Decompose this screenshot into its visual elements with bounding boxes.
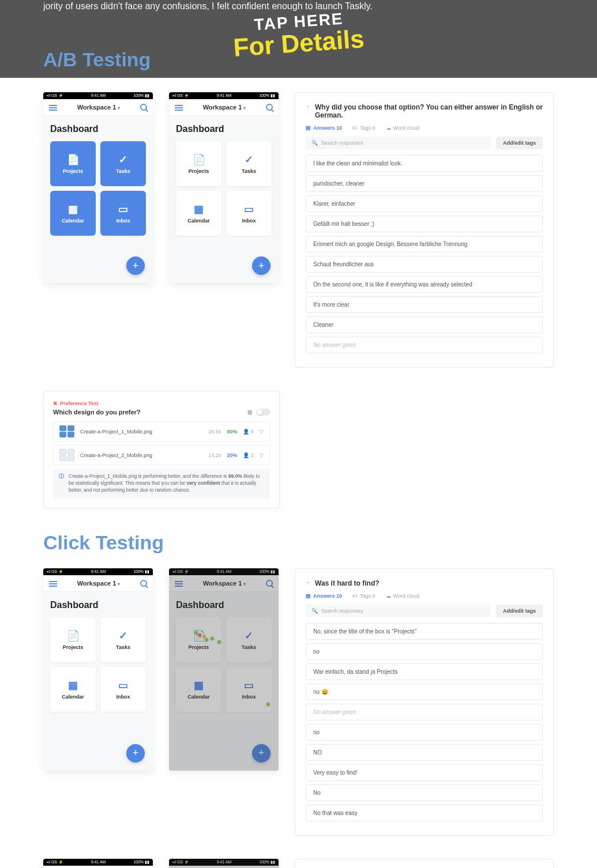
tile-inbox[interactable]: ▭Inbox: [226, 191, 272, 236]
fab-add[interactable]: +: [126, 744, 145, 763]
workspace-title[interactable]: Workspace 1 ▾: [203, 104, 246, 111]
filter-icon[interactable]: ▽: [260, 452, 264, 458]
menu-icon[interactable]: [49, 104, 57, 111]
meta-row: ▤ Answers 10 🏷 Tags 0 ☁ Word cloud: [306, 125, 543, 131]
menu-icon[interactable]: [175, 104, 183, 111]
response-item[interactable]: Erinnert mich an google Design. Bessere …: [306, 236, 543, 252]
app-bar: Workspace 1 ▾: [169, 99, 279, 116]
document-icon: 📄: [193, 153, 205, 166]
tile-projects[interactable]: 📄Projects: [50, 141, 96, 186]
tile-calendar[interactable]: ▦Calendar: [176, 667, 221, 712]
answers-tab[interactable]: ▤ Answers 10: [306, 125, 342, 131]
wordcloud-tab[interactable]: ☁ Word cloud: [386, 125, 419, 131]
tile-inbox[interactable]: ▭Inbox: [226, 667, 272, 712]
document-icon: 📄: [193, 629, 205, 642]
tile-inbox[interactable]: ▭Inbox: [100, 667, 146, 712]
ab-row-2: ✖ Preference Test Which design do you pr…: [43, 391, 554, 508]
collapse-icon[interactable]: ⌃: [306, 581, 310, 587]
overlay-banner: jority of users didn't face any confusio…: [0, 0, 597, 78]
app-bar: Workspace 1 ▾: [169, 866, 279, 868]
chevron-down-icon: ▾: [243, 105, 246, 111]
response-item[interactable]: no: [306, 643, 543, 660]
tags-tab[interactable]: 🏷 Tags 0: [352, 125, 376, 131]
search-icon[interactable]: [266, 580, 273, 587]
opt-time: 26.6s: [208, 429, 221, 435]
response-item[interactable]: Cleaner: [306, 316, 543, 333]
search-icon[interactable]: [266, 104, 273, 111]
tile-tasks[interactable]: ✓Tasks: [226, 617, 272, 662]
response-item[interactable]: Klarer, einfacher: [306, 195, 543, 212]
response-item[interactable]: Schaut freundlicher aus: [306, 256, 543, 273]
tile-calendar[interactable]: ▦Calendar: [50, 667, 96, 712]
dashboard-heading: Dashboard: [176, 124, 272, 134]
response-item[interactable]: Gefällt mir halt besser ;): [306, 216, 543, 232]
click-row-2: •ıl GS ⚡ 9:41 AM 100% ▮▮ Workspace 1 ▾ ◆…: [43, 859, 554, 868]
response-item[interactable]: I like the clean and minimalist look.: [306, 155, 543, 172]
tile-inbox[interactable]: ▭Inbox: [100, 191, 146, 236]
response-item[interactable]: Very easy to find!: [306, 764, 543, 781]
pref-badge: ✖ Preference Test: [53, 401, 270, 406]
opt-time: 14.2s: [208, 452, 221, 458]
status-right: 100% ▮▮: [133, 93, 149, 98]
wordcloud-tab[interactable]: ☁ Word cloud: [386, 593, 419, 599]
search-responses[interactable]: 🔍 Search responses: [306, 605, 490, 617]
tile-projects[interactable]: 📄Projects: [176, 141, 221, 186]
tile-tasks[interactable]: ✓Tasks: [100, 617, 146, 662]
dashboard-body: Dashboard 📄Projects ✓Tasks: [169, 592, 279, 771]
chart-mode-icon[interactable]: ▥: [247, 409, 253, 415]
pref-option-2[interactable]: Create-a-Project_2_Mobile.png 14.2s 20% …: [53, 445, 270, 465]
tile-tasks[interactable]: ✓Tasks: [226, 141, 272, 186]
intro-paragraph: jority of users didn't face any confusio…: [43, 0, 554, 13]
status-left: •ıl GS ⚡: [172, 93, 189, 98]
tile-calendar[interactable]: ▦Calendar: [50, 191, 96, 236]
response-item[interactable]: no: [306, 724, 543, 741]
tags-tab[interactable]: 🏷 Tags 0: [352, 593, 376, 599]
tile-calendar[interactable]: ▦Calendar: [176, 191, 221, 236]
add-edit-tags-button[interactable]: Add/edit tags: [496, 605, 543, 617]
workspace-title[interactable]: Workspace 1 ▾: [77, 580, 121, 587]
search-icon[interactable]: [140, 104, 147, 111]
inbox-icon: ▭: [244, 679, 254, 692]
toggle[interactable]: [256, 409, 270, 416]
opt-participants: 👤 8: [243, 429, 254, 435]
click-row-1: •ıl GS ⚡ 9:41 AM 100% ▮▮ Workspace 1 ▾ D…: [43, 568, 554, 836]
info-icon: ⓘ: [59, 473, 64, 494]
response-item[interactable]: No that was easy: [306, 805, 543, 821]
add-edit-tags-button[interactable]: Add/edit tags: [496, 137, 543, 149]
dashboard-heading: Dashboard: [50, 124, 146, 134]
fab-add[interactable]: +: [252, 256, 271, 275]
pref-option-1[interactable]: Create-a-Project_1_Mobile.png 26.6s 80% …: [53, 421, 270, 441]
search-responses[interactable]: 🔍 Search responses: [306, 137, 490, 149]
fab-add[interactable]: +: [126, 256, 145, 275]
status-right: 100% ▮▮: [259, 93, 275, 98]
response-item[interactable]: On the second one, it is like if everyth…: [306, 276, 543, 293]
tile-tasks[interactable]: ✓Tasks: [100, 141, 146, 186]
collapse-icon[interactable]: ⌃: [306, 105, 310, 111]
menu-icon[interactable]: [49, 580, 57, 587]
fab-add[interactable]: +: [252, 744, 271, 763]
status-bar: •ıl GS ⚡ 9:41 AM 100% ▮▮: [169, 859, 279, 866]
filter-icon[interactable]: ▽: [260, 429, 264, 435]
response-item[interactable]: NO: [306, 744, 543, 761]
thumb-white: [59, 449, 74, 461]
app-bar: Workspace 1 ▾: [43, 866, 153, 868]
tile-projects[interactable]: 📄Projects: [50, 617, 96, 662]
workspace-title[interactable]: Workspace 1 ▾: [203, 580, 246, 587]
response-item[interactable]: No: [306, 784, 543, 801]
response-item[interactable]: No, since the title of the box is "Proje…: [306, 623, 543, 640]
response-item[interactable]: It's more clear: [306, 296, 543, 313]
chevron-down-icon: ▾: [243, 582, 246, 587]
thumb-blue: [59, 425, 74, 437]
response-item[interactable]: War einfach, da stand ja Projects: [306, 663, 543, 680]
calendar-icon: ▦: [68, 679, 78, 692]
tap-callout[interactable]: TAP HERE For Details: [233, 13, 364, 58]
tile-projects[interactable]: 📄Projects: [176, 617, 221, 662]
menu-icon[interactable]: [175, 580, 183, 587]
chevron-down-icon: ▾: [118, 105, 120, 111]
answers-tab[interactable]: ▤ Answers 10: [306, 593, 342, 599]
workspace-title[interactable]: Workspace 1 ▾: [77, 104, 121, 111]
opt-pct: 80%: [227, 429, 237, 435]
response-item[interactable]: puristischer, cleaner: [306, 175, 543, 192]
response-item[interactable]: no 😄: [306, 684, 543, 700]
search-icon[interactable]: [140, 580, 147, 587]
